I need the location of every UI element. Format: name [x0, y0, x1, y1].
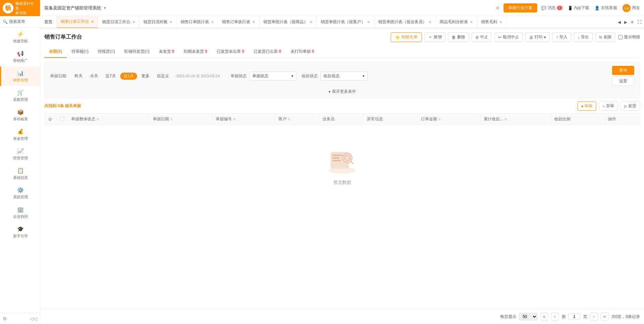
- tab-close-icon[interactable]: ✕: [470, 20, 473, 24]
- sidebar-item-basic[interactable]: 📋 基础信息: [0, 164, 40, 184]
- query-btn[interactable]: 查询: [612, 66, 634, 75]
- sidebar-item-tutorial[interactable]: 🎓 新手引导: [0, 222, 40, 242]
- export-btn[interactable]: ↓ 导出: [574, 32, 593, 42]
- header-checkbox[interactable]: [59, 116, 64, 121]
- sub-tab-all[interactable]: 全部(0): [44, 46, 67, 58]
- status-select-placeholder: 单据状态: [252, 73, 268, 79]
- tab-close-all-icon[interactable]: ✕: [629, 19, 635, 25]
- date-btn-custom[interactable]: 自定义: [154, 72, 172, 80]
- date-btn-7days[interactable]: 近7天: [102, 72, 119, 80]
- sidebar-item-enterprise[interactable]: 🏢 企业协同: [0, 203, 40, 222]
- date-btn-more[interactable]: 更多: [138, 72, 153, 80]
- tab-margin[interactable]: 商品毛利分析表 ✕: [436, 16, 477, 28]
- tab-sales-customer[interactable]: 销货单统计表（按客户） ✕: [317, 16, 374, 28]
- sidebar-item-purchase[interactable]: 🛒 采购管理: [0, 86, 40, 106]
- stop-btn[interactable]: ⊘ 中止: [472, 32, 492, 42]
- tab-sales-order-workspace[interactable]: 销售订单工作台 ✕: [57, 16, 98, 28]
- tab-close-icon[interactable]: ✕: [310, 20, 312, 24]
- date-btn-1month[interactable]: 近1月: [120, 73, 137, 80]
- tab-close-icon[interactable]: ✕: [429, 20, 431, 24]
- ship-btn[interactable]: ▷ 发货: [620, 102, 640, 111]
- tab-close-icon[interactable]: ✕: [211, 20, 214, 24]
- export-icon: ↓: [577, 35, 579, 40]
- tab-label: 钱货日清对账: [143, 19, 168, 25]
- topbar-gear-icon[interactable]: ⚙: [496, 6, 500, 10]
- sidebar-item-inventory[interactable]: 📦 库存核算: [0, 106, 40, 125]
- tab-sales-salesman[interactable]: 销货单统计表（按业务员） ✕: [374, 16, 436, 28]
- prev-page-btn[interactable]: ‹: [551, 313, 559, 321]
- delete-btn[interactable]: 🗑 删除: [448, 32, 469, 42]
- tab-home[interactable]: 首页: [40, 16, 57, 28]
- new-btn[interactable]: ＋ 新增: [425, 32, 445, 42]
- cancel-audit-btn[interactable]: ○ 弃审: [599, 102, 618, 111]
- industry-btn[interactable]: 体验行业方案: [504, 3, 537, 12]
- tab-cash-daily[interactable]: 钱货日清工作台 ✕: [98, 16, 139, 28]
- last-page-btn[interactable]: »: [601, 313, 609, 321]
- sub-tab-shipped-out[interactable]: 已发货已出库 0: [249, 46, 286, 58]
- status-select[interactable]: 单据状态 ▾: [249, 72, 296, 81]
- tab-sales-profit[interactable]: 销售毛利 ✕: [477, 16, 506, 28]
- smart-btn[interactable]: ⭐ 智能生单: [391, 32, 422, 42]
- show-detail-checkbox[interactable]: 显示明细: [618, 34, 640, 40]
- online-service-action[interactable]: 👤 在线客服: [595, 5, 617, 11]
- sidebar-search-menu[interactable]: 🔍 搜索菜单: [0, 16, 40, 28]
- import-btn[interactable]: ↑ 导入: [552, 32, 571, 42]
- sub-tab-wangpu[interactable]: 旺铺待发货(0): [120, 46, 154, 58]
- page-suffix: 页: [583, 314, 587, 320]
- tab-fullscreen-icon[interactable]: ⛶: [636, 19, 643, 25]
- settings-filter-btn[interactable]: 设置: [612, 76, 634, 86]
- per-page-select[interactable]: 50 100 200: [519, 313, 538, 320]
- print-btn[interactable]: 🖨 打印 ▾: [525, 32, 550, 42]
- tab-sales-exec[interactable]: 销售订单执行表 ✕: [218, 16, 259, 28]
- show-detail-input[interactable]: [618, 35, 622, 39]
- tab-close-icon[interactable]: ✕: [132, 20, 135, 24]
- sidebar-item-label: 资金管理: [13, 136, 28, 141]
- settings-bottom-icon[interactable]: ⚙: [3, 316, 7, 321]
- expand-btn[interactable]: ▾ 展开更多条件: [50, 89, 634, 94]
- th-checkbox[interactable]: [56, 114, 68, 125]
- th-settings[interactable]: ⚙: [45, 114, 56, 125]
- sub-tab-pending-inspect[interactable]: 待拣货(0): [93, 46, 120, 58]
- tab-close-icon[interactable]: ✕: [252, 20, 255, 24]
- sidebar-item-finance[interactable]: 💰 资金管理: [0, 125, 40, 145]
- message-action[interactable]: 💬 消息 6: [541, 5, 562, 11]
- tab-cash-reconcile[interactable]: 钱货日清对账 ✕: [139, 16, 177, 28]
- tab-sales-product[interactable]: 销货单统计表（按商品） ✕: [259, 16, 317, 28]
- sidebar-item-quicknav[interactable]: ⚡ 快捷导航: [0, 28, 40, 47]
- collapse-icon[interactable]: ◁◁: [30, 316, 37, 321]
- sub-tab-not-shipped[interactable]: 未发货 0: [154, 46, 179, 58]
- results-count: 0条: [57, 104, 64, 108]
- tab-close-icon[interactable]: ✕: [91, 20, 94, 24]
- sub-tab-not-printed[interactable]: 未打印单据 0: [286, 46, 319, 58]
- date-btn-yesterday[interactable]: 昨天: [72, 72, 86, 80]
- tab-close-icon[interactable]: ✕: [499, 20, 502, 24]
- app-download-action[interactable]: 📱 App下载: [568, 5, 589, 11]
- user-action[interactable]: Ea 用友: [622, 4, 640, 12]
- sub-tab-shipped-not-out[interactable]: 已发货未出库 0: [212, 46, 249, 58]
- stop-btn-label: 中止: [480, 34, 488, 40]
- sub-tab-overdue[interactable]: 到期未发货 0: [179, 46, 212, 58]
- payment-filter-label: 收款状态: [302, 73, 318, 79]
- audit-btn[interactable]: ● 审核: [577, 102, 596, 111]
- cancel-stop-btn[interactable]: ↩ 取消中止: [495, 32, 523, 42]
- tab-close-icon[interactable]: ✕: [367, 20, 370, 24]
- sidebar-item-system[interactable]: ⚙️ 系统管理: [0, 184, 40, 203]
- sub-tab-pending-review[interactable]: 待审核(0): [67, 46, 93, 58]
- sidebar-item-operations[interactable]: 📈 经营管理: [0, 145, 40, 164]
- next-page-btn[interactable]: ›: [590, 313, 598, 321]
- tab-close-icon[interactable]: ✕: [170, 20, 172, 24]
- tab-next-icon[interactable]: ▶: [623, 19, 629, 25]
- refresh-btn[interactable]: ↻ 刷新: [595, 32, 615, 42]
- topbar-title-text: 装备及固定资产辅助管理系统: [44, 5, 101, 11]
- date-btn-today[interactable]: 今天: [87, 72, 101, 80]
- audit-icon: ●: [581, 104, 584, 109]
- tab-prev-icon[interactable]: ◀: [616, 19, 622, 25]
- svg-rect-4: [332, 160, 341, 161]
- first-page-btn[interactable]: «: [540, 313, 548, 321]
- payment-select[interactable]: 收款状态 ▾: [320, 72, 368, 81]
- sidebar-item-sales[interactable]: 📊 销售管理: [0, 67, 40, 86]
- page-input[interactable]: [568, 313, 581, 320]
- sidebar-item-marketing[interactable]: 📢 营销推广: [0, 47, 40, 67]
- tab-sales-stats[interactable]: 销售订单统计表 ✕: [177, 16, 218, 28]
- table-gear-icon[interactable]: ⚙: [48, 117, 52, 122]
